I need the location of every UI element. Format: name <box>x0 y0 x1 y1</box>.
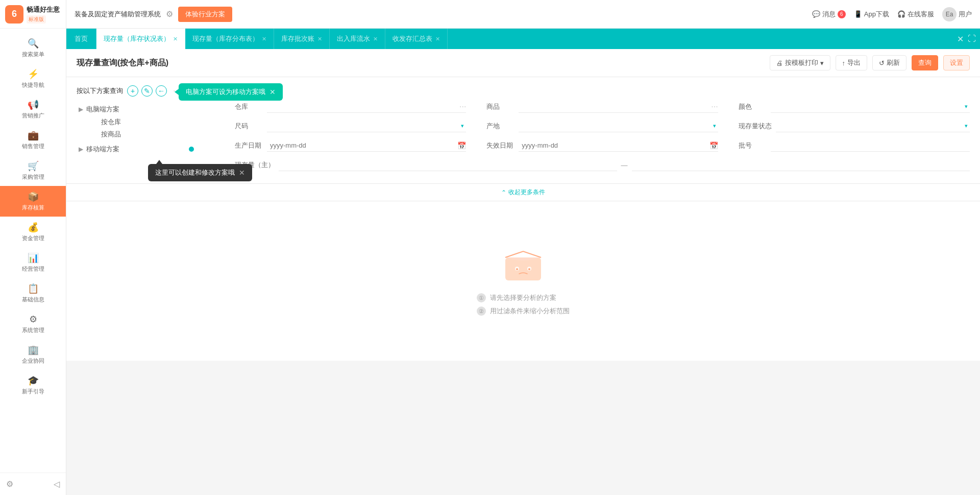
warehouse-input[interactable] <box>267 101 457 112</box>
sidebar-item-label: 企业协同 <box>22 357 44 365</box>
product-ellipsis-icon[interactable]: ··· <box>711 102 718 111</box>
user-label: 用户 <box>959 10 972 19</box>
tab-home[interactable]: 首页 <box>66 29 96 49</box>
sidebar-item-sales[interactable]: 💼 销售管理 <box>0 125 66 155</box>
collapse-bar[interactable]: ⌃ 收起更多条件 <box>66 184 980 201</box>
finance-icon: 💰 <box>28 222 39 233</box>
search-icon: 🔍 <box>28 38 39 49</box>
calendar-icon2[interactable]: 📅 <box>709 142 718 150</box>
query-button[interactable]: 查询 <box>912 55 938 70</box>
production-date-input-wrap: 📅 <box>267 139 466 152</box>
header-settings-icon[interactable]: ⚙ <box>166 9 173 19</box>
sidebar-item-finance[interactable]: 💰 资金管理 <box>0 217 66 247</box>
sidebar-item-search[interactable]: 🔍 搜索菜单 <box>0 33 66 63</box>
company-name: 畅通好生意 <box>27 5 60 14</box>
empty-icon <box>498 242 549 283</box>
filter-field-product: 商品 ··· <box>486 101 718 113</box>
tab-fullscreen-icon[interactable]: ⛶ <box>968 34 976 43</box>
top-header: 装备及固定资产辅助管理系统 ⚙ 体验行业方案 💬 消息 6 📱 App下载 🎧 … <box>66 0 980 29</box>
stock-qty-to-input[interactable] <box>632 159 970 171</box>
trial-button[interactable]: 体验行业方案 <box>178 7 232 22</box>
origin-label: 产地 <box>486 122 514 131</box>
collapse-sidebar-icon[interactable]: ◁ <box>54 479 60 489</box>
production-date-input[interactable] <box>267 139 457 151</box>
sidebar-item-purchase[interactable]: 🛒 采购管理 <box>0 155 66 186</box>
batch-label: 批号 <box>739 141 767 150</box>
sidebar-item-label: 搜索菜单 <box>22 51 44 58</box>
size-dropdown-icon[interactable]: ▾ <box>461 123 466 129</box>
message-icon: 💬 <box>812 10 820 18</box>
filter-field-batch: 批号 <box>739 139 970 152</box>
marketing-icon: 📢 <box>28 99 39 110</box>
export-icon: ↑ <box>842 59 846 67</box>
tab-close-icon[interactable]: ✕ <box>262 36 266 42</box>
calendar-icon[interactable]: 📅 <box>457 142 466 150</box>
tab-receive-summary-label: 收发存汇总表 <box>393 34 432 43</box>
tab-batch-ledger[interactable]: 库存批次账 ✕ <box>274 29 330 49</box>
production-date-label: 生产日期 <box>235 141 263 150</box>
filter-row-3: 生产日期 📅 失效日期 📅 批号 <box>235 139 970 152</box>
warehouse-ellipsis-icon[interactable]: ··· <box>459 102 466 111</box>
sidebar-item-guide[interactable]: 🎓 新手引导 <box>0 370 66 400</box>
tab-close-all-icon[interactable]: ✕ <box>957 34 964 44</box>
size-input[interactable] <box>267 120 461 132</box>
tab-close-icon[interactable]: ✕ <box>173 36 178 42</box>
notification-item[interactable]: 💬 消息 6 <box>812 10 846 19</box>
stock-qty-from-wrap <box>279 159 617 171</box>
tab-close-icon[interactable]: ✕ <box>373 36 378 42</box>
color-dropdown-icon[interactable]: ▾ <box>965 103 970 110</box>
filter-field-production-date: 生产日期 📅 <box>235 139 466 152</box>
tab-close-icon[interactable]: ✕ <box>435 36 440 42</box>
online-service-item[interactable]: 🎧 在线客服 <box>897 10 934 19</box>
step-2-text: 用过滤条件来缩小分析范围 <box>490 307 570 316</box>
scheme-tooltip: 电脑方案可设为移动方案哦 ✕ <box>179 83 283 101</box>
phone-icon: 📱 <box>854 10 862 18</box>
add-scheme-button[interactable]: + <box>127 85 138 97</box>
sidebar-item-basic-info[interactable]: 📋 基础信息 <box>0 278 66 309</box>
sidebar-item-operations[interactable]: 📊 经营管理 <box>0 247 66 278</box>
tab-inventory-status-label: 现存量（库存状况表） <box>104 34 170 43</box>
batch-input[interactable] <box>771 139 970 151</box>
tab-inventory-status[interactable]: 现存量（库存状况表） ✕ <box>96 29 185 49</box>
refresh-button[interactable]: ↺ 刷新 <box>872 55 906 70</box>
system-icon: ⚙ <box>29 314 37 325</box>
settings-bottom-icon[interactable]: ⚙ <box>6 479 13 489</box>
sidebar-item-marketing[interactable]: 📢 营销推广 <box>0 94 66 125</box>
arrow-left-button[interactable]: ← <box>156 85 167 97</box>
tab-close-icon[interactable]: ✕ <box>317 36 322 42</box>
tab-receive-summary[interactable]: 收发存汇总表 ✕ <box>385 29 448 49</box>
product-input[interactable] <box>519 101 709 112</box>
range-separator: — <box>621 161 628 169</box>
origin-dropdown-icon[interactable]: ▾ <box>713 123 718 129</box>
step-num-2: ② <box>477 307 486 316</box>
origin-input[interactable] <box>519 120 713 132</box>
expiry-date-input[interactable] <box>519 139 709 151</box>
tab-in-out-flow[interactable]: 出入库流水 ✕ <box>330 29 385 49</box>
size-label: 尺码 <box>235 122 263 131</box>
color-input[interactable] <box>771 101 965 112</box>
app-download-item[interactable]: 📱 App下载 <box>854 10 889 19</box>
tab-inventory-dist[interactable]: 现存量（库存分布表） ✕ <box>185 29 274 49</box>
color-label: 颜色 <box>739 102 767 111</box>
app-badge: 标准版 <box>27 15 46 23</box>
connector-dot <box>189 147 194 152</box>
stock-qty-from-input[interactable] <box>279 159 617 171</box>
sidebar-item-enterprise[interactable]: 🏢 企业协同 <box>0 339 66 370</box>
sidebar-item-inventory[interactable]: 📦 库存核算 <box>0 186 66 217</box>
stock-status-dropdown-icon[interactable]: ▾ <box>965 123 970 129</box>
sidebar-item-quick-nav[interactable]: ⚡ 快捷导航 <box>0 63 66 94</box>
scheme-tooltip-close[interactable]: ✕ <box>270 88 276 96</box>
user-item[interactable]: Ea 用户 <box>942 7 972 21</box>
edit-scheme-button[interactable]: ✎ <box>141 85 153 97</box>
export-button[interactable]: ↑ 导出 <box>836 55 868 70</box>
tab-bar-end: ✕ ⛶ <box>953 29 980 49</box>
edit-tooltip-close[interactable]: ✕ <box>239 169 245 177</box>
tree-arrow-icon: ▶ <box>79 106 83 113</box>
set-button[interactable]: 设置 <box>943 55 970 70</box>
stock-status-input[interactable] <box>776 120 965 132</box>
purchase-icon: 🛒 <box>28 160 39 172</box>
sidebar-item-system[interactable]: ⚙ 系统管理 <box>0 309 66 339</box>
print-button[interactable]: 🖨 按模板打印 ▾ <box>770 55 830 70</box>
empty-step-2: ② 用过滤条件来缩小分析范围 <box>477 307 570 316</box>
batch-input-wrap <box>771 139 970 152</box>
